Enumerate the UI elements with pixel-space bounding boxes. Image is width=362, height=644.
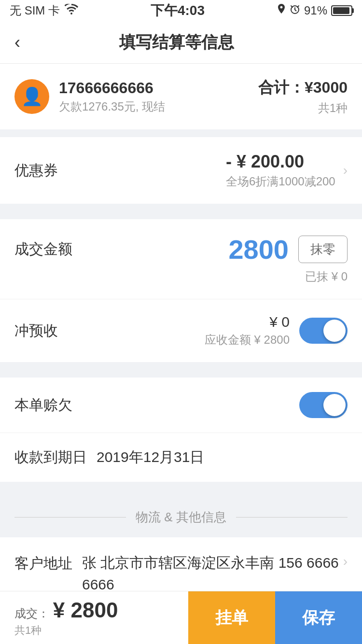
precollect-right: ¥ 0 应收金额 ¥ 2800: [205, 314, 348, 348]
debt-toggle[interactable]: [299, 392, 348, 418]
bottom-bar: 成交： ¥ 2800 共1种 挂单 保存: [0, 591, 362, 644]
deal-amount: 2800: [228, 234, 289, 265]
deal-right: 2800 抹零: [228, 234, 348, 265]
address-value: 张 北京市市辖区海淀区永丰南 156 6666 6666: [82, 552, 343, 595]
logistics-divider: 物流 & 其他信息: [0, 497, 362, 537]
debt-label: 本单赊欠: [14, 395, 72, 415]
coupon-card: 优惠券 - ¥ 200.00 全场6折满1000减200 ›: [0, 137, 362, 204]
back-button[interactable]: ‹: [14, 28, 30, 57]
precollect-label: 冲预收: [14, 321, 58, 341]
coupon-right: - ¥ 200.00 全场6折满1000减200 ›: [226, 152, 348, 189]
wifi-icon: [65, 4, 78, 17]
divider-line-left: [14, 517, 126, 518]
precollect-sub: 应收金额 ¥ 2800: [205, 332, 290, 348]
logistics-label: 物流 & 其他信息: [126, 509, 236, 526]
coupon-arrow-icon: ›: [343, 163, 348, 178]
precollect-row: 冲预收 ¥ 0 应收金额 ¥ 2800: [14, 314, 348, 348]
page-title: 填写结算等信息: [30, 31, 323, 54]
duedate-row: 收款到期日 2019年12月31日: [14, 448, 348, 467]
round-button[interactable]: 抹零: [298, 236, 348, 263]
separator-2: [0, 370, 362, 378]
precollect-value: ¥ 0 应收金额 ¥ 2800: [205, 314, 290, 348]
total-amount: 合计：¥3000: [258, 77, 348, 98]
bottom-deal-row: 成交： ¥ 2800: [14, 598, 174, 622]
precollect-section: 冲预收 ¥ 0 应收金额 ¥ 2800: [0, 299, 362, 362]
save-button[interactable]: 保存: [275, 591, 362, 644]
location-icon: [277, 4, 286, 17]
customer-row: 👤 17666666666 欠款1276.35元, 现结 合计：¥3000 共1…: [0, 64, 362, 129]
coupon-label: 优惠券: [14, 161, 58, 181]
address-label: 客户地址: [14, 554, 72, 574]
deal-section: 成交金额 2800 抹零 已抹 ¥ 0: [0, 219, 362, 299]
coupon-desc: 全场6折满1000减200: [226, 174, 335, 189]
separator-3: [0, 490, 362, 497]
debt-card: 本单赊欠 收款到期日 2019年12月31日: [0, 378, 362, 482]
deal-row: 成交金额 2800 抹零: [14, 234, 348, 265]
separator-1: [0, 211, 362, 219]
address-row[interactable]: 客户地址 张 北京市市辖区海淀区永丰南 156 6666 6666 ›: [14, 552, 348, 595]
customer-info: 17666666666 欠款1276.35元, 现结: [59, 79, 258, 114]
bottom-deal-label: 成交：: [14, 607, 49, 620]
toggle-knob: [323, 320, 346, 342]
coupon-row[interactable]: 优惠券 - ¥ 200.00 全场6折满1000减200 ›: [0, 137, 362, 204]
alarm-icon: [290, 4, 300, 17]
bottom-info: 成交： ¥ 2800 共1种: [0, 598, 188, 638]
duedate-label: 收款到期日: [14, 448, 87, 467]
customer-phone: 17666666666: [59, 79, 258, 97]
duedate-value: 2019年12月31日: [97, 448, 204, 467]
address-arrow-icon: ›: [343, 554, 348, 569]
bottom-amount: ¥ 2800: [53, 598, 118, 622]
precollect-toggle[interactable]: [299, 318, 348, 344]
divider-line-right: [236, 517, 348, 518]
battery-percent: 91%: [304, 4, 327, 17]
status-left: 无 SIM 卡: [10, 3, 78, 18]
deal-card: 成交金额 2800 抹零 已抹 ¥ 0 冲预收 ¥ 0 应收金额 ¥ 2800: [0, 219, 362, 362]
content-area: 👤 17666666666 欠款1276.35元, 现结 合计：¥3000 共1…: [0, 64, 362, 644]
customer-total: 合计：¥3000 共1种: [258, 77, 348, 116]
hold-button[interactable]: 挂单: [188, 591, 275, 644]
precollect-amount: ¥ 0: [205, 314, 290, 330]
avatar: 👤: [14, 79, 49, 114]
debt-toggle-knob: [323, 394, 346, 416]
avatar-icon: 👤: [21, 86, 43, 107]
status-bar: 无 SIM 卡 下午4:03 91%: [0, 0, 362, 21]
status-right: 91%: [277, 4, 352, 17]
deal-label: 成交金额: [14, 239, 72, 259]
bottom-sub: 共1种: [14, 623, 174, 638]
sim-text: 无 SIM 卡: [10, 3, 60, 18]
customer-subtext: 欠款1276.35元, 现结: [59, 99, 258, 114]
customer-card: 👤 17666666666 欠款1276.35元, 现结 合计：¥3000 共1…: [0, 64, 362, 129]
debt-section: 本单赊欠: [0, 378, 362, 433]
debt-row: 本单赊欠: [14, 392, 348, 418]
total-sub: 共1种: [258, 100, 348, 116]
coupon-amount: - ¥ 200.00: [226, 152, 335, 172]
duedate-section: 收款到期日 2019年12月31日: [0, 433, 362, 482]
status-time: 下午4:03: [151, 1, 205, 20]
nav-bar: ‹ 填写结算等信息: [0, 21, 362, 64]
deal-sub: 已抹 ¥ 0: [14, 269, 348, 284]
battery-icon: [331, 5, 352, 16]
